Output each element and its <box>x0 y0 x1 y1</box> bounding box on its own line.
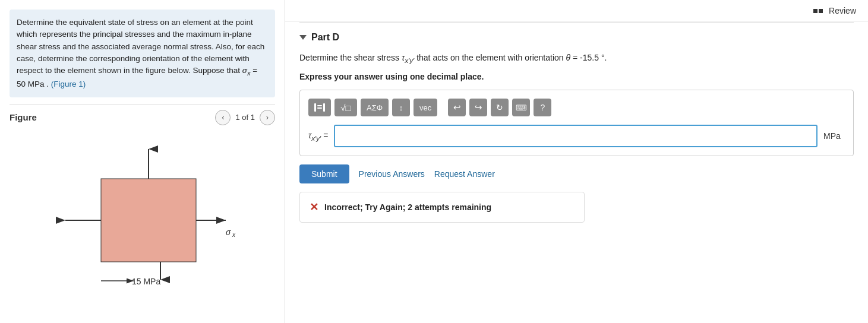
figure-diagram: σ x 15 MPa <box>10 137 275 297</box>
keyboard-button[interactable]: ⌨ <box>512 99 530 116</box>
review-bar: Review <box>285 0 868 22</box>
redo-button[interactable]: ↪ <box>469 99 487 116</box>
answer-input-field[interactable] <box>334 125 818 147</box>
svg-text:σ: σ <box>226 227 231 237</box>
figure-header: Figure ‹ 1 of 1 › <box>10 104 275 130</box>
arrow-updown-icon: ↕ <box>399 103 403 112</box>
svg-rect-11 <box>317 105 322 106</box>
answer-box: √□ ΑΣΦ ↕ vec ↩ <box>299 90 854 156</box>
figure-next-button[interactable]: › <box>260 110 275 125</box>
request-answer-link[interactable]: Request Answer <box>434 169 495 179</box>
svg-rect-12 <box>317 107 322 109</box>
submit-button[interactable]: Submit <box>299 164 349 183</box>
symbol-button[interactable]: ΑΣΦ <box>361 99 389 116</box>
input-row: τx′y′ = MPa <box>308 125 845 147</box>
sqrt-button[interactable]: √□ <box>334 99 357 116</box>
input-math-label: τx′y′ = <box>308 131 328 142</box>
svg-text:x: x <box>232 232 236 238</box>
problem-text-main: Determine the equivalent state of stress… <box>17 18 264 88</box>
vec-label: vec <box>419 103 431 112</box>
help-icon: ? <box>540 103 545 112</box>
help-button[interactable]: ? <box>534 99 551 116</box>
svg-rect-10 <box>323 103 325 112</box>
part-title-row: Part D <box>299 32 854 43</box>
refresh-button[interactable]: ↻ <box>491 99 509 116</box>
review-label: Review <box>829 6 856 15</box>
question-text: Determine the shear stress τx′y′ that ac… <box>299 51 854 66</box>
part-d-section: Part D Determine the shear stress τx′y′ … <box>285 23 868 232</box>
unit-label: MPa <box>823 131 845 141</box>
svg-rect-9 <box>314 103 316 112</box>
error-icon: ✕ <box>310 201 318 214</box>
redo-icon: ↪ <box>475 102 482 113</box>
right-panel: Review Part D Determine the shear stress… <box>285 0 868 323</box>
left-panel: Determine the equivalent state of stress… <box>0 0 285 323</box>
previous-answers-link[interactable]: Previous Answers <box>359 169 425 179</box>
arrow-updown-button[interactable]: ↕ <box>392 99 410 116</box>
action-row: Submit Previous Answers Request Answer <box>299 164 854 183</box>
figure-link[interactable]: (Figure 1) <box>51 80 86 88</box>
stress-diagram-svg: σ x 15 MPa <box>42 143 244 286</box>
instruction-text: Express your answer using one decimal pl… <box>299 72 854 81</box>
review-squares-icon <box>813 9 823 13</box>
part-title: Part D <box>311 32 339 43</box>
figure-prev-button[interactable]: ‹ <box>215 110 231 125</box>
matrix-button[interactable] <box>308 99 331 116</box>
figure-label: Figure <box>10 112 37 122</box>
math-toolbar: √□ ΑΣΦ ↕ vec ↩ <box>308 99 845 116</box>
symbol-label: ΑΣΦ <box>367 103 383 112</box>
keyboard-icon: ⌨ <box>516 103 527 112</box>
problem-statement: Determine the equivalent state of stress… <box>10 10 275 97</box>
svg-rect-0 <box>101 179 196 262</box>
collapse-chevron-icon[interactable] <box>299 35 307 40</box>
figure-count: 1 of 1 <box>235 113 255 122</box>
review-link[interactable]: Review <box>813 6 856 15</box>
figure-navigation: ‹ 1 of 1 › <box>215 110 275 125</box>
refresh-icon: ↻ <box>496 103 503 112</box>
error-box: ✕ Incorrect; Try Again; 2 attempts remai… <box>299 192 585 223</box>
error-message: Incorrect; Try Again; 2 attempts remaini… <box>324 202 491 212</box>
undo-icon: ↩ <box>453 102 461 113</box>
vec-button[interactable]: vec <box>414 99 437 116</box>
undo-button[interactable]: ↩ <box>448 99 466 116</box>
svg-text:15 MPa: 15 MPa <box>132 277 160 286</box>
